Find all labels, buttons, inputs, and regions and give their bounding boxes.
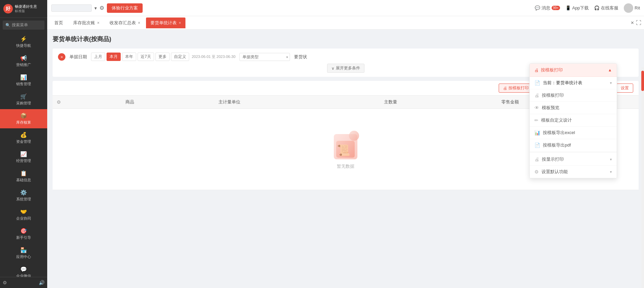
tab-batch-account-close-icon[interactable]: × <box>97 21 99 25</box>
trial-button[interactable]: 体验行业方案 <box>107 3 143 13</box>
sidebar-item-weixin-label: 企业微信 <box>16 274 31 277</box>
inventory-icon: 📦 <box>20 113 27 119</box>
purchase-icon: 🛒 <box>20 93 27 100</box>
dropdown-item-set-default-label: 设置默认功能 <box>541 169 568 175</box>
dropdown-item-export-pdf[interactable]: 📄 按模板导出pdf <box>530 139 617 152</box>
logo-icon: 好 <box>3 4 13 13</box>
more-conditions-label: 展开更多条件 <box>336 65 360 71</box>
basic-icon: 📋 <box>20 170 27 177</box>
dropdown-item-export-excel[interactable]: 📊 按模板导出excel <box>530 127 617 139</box>
dropdown-title-label: 按模板打印 <box>541 67 563 73</box>
dropdown-item-current[interactable]: 📄 当前：要货单统计表 ▾ <box>530 77 617 89</box>
sidebar-item-operation-label: 经营管理 <box>16 158 31 163</box>
display-print-arrow-icon: ▾ <box>610 157 612 162</box>
sidebar-item-basic[interactable]: 📋 基础信息 <box>0 167 47 186</box>
right-scrollbar[interactable] <box>641 67 644 288</box>
tab-collect-summary-close-icon[interactable]: × <box>138 21 140 25</box>
set-default-icon: ⚙ <box>534 169 539 174</box>
sidebar-item-finance[interactable]: 💰 资金管理 <box>0 128 47 148</box>
app-download-item[interactable]: 📱 App下载 <box>565 5 589 11</box>
sidebar-search-area: 🔍 搜索菜单 <box>0 18 47 32</box>
dropdown-close-icon[interactable]: ▲ <box>608 68 612 72</box>
header-right: 💬 消息 99+ 📱 App下载 🎧 在线客服 Rit <box>535 3 640 13</box>
tab-order-stats-close-icon[interactable]: × <box>179 21 181 25</box>
sidebar-item-purchase[interactable]: 🛒 采购管理 <box>0 90 47 109</box>
tab-collect-summary-label: 收发存汇总表 <box>110 20 136 26</box>
sidebar-item-sales[interactable]: 📊 销售管理 <box>0 71 47 90</box>
sidebar-item-inventory-label: 库存核算 <box>16 120 31 125</box>
empty-text: 暂无数据 <box>337 163 354 169</box>
more-conditions-button[interactable]: ∨ 展开更多条件 <box>327 64 364 73</box>
sidebar-item-operation[interactable]: 📈 经营管理 <box>0 148 47 167</box>
sidebar-item-appstore[interactable]: 🏪 应用中心 <box>0 244 47 263</box>
tab-order-stats[interactable]: 要货单统计表 × <box>146 18 185 28</box>
sidebar-item-marketing[interactable]: 📢 营销推广 <box>0 52 47 71</box>
sidebar-item-system[interactable]: ⚙️ 系统管理 <box>0 186 47 205</box>
table-gear-icon[interactable]: ⚙ <box>57 99 61 105</box>
avatar <box>624 3 633 13</box>
dropdown-item-template-print[interactable]: 🖨 按模板打印 <box>530 89 617 102</box>
sidebar-audio-button[interactable]: 🔊 <box>39 280 45 285</box>
tab-home[interactable]: 首页 <box>50 18 67 28</box>
sidebar-item-purchase-label: 采购管理 <box>16 101 31 106</box>
print-template-dropdown: 🖨 按模板打印 ▲ 📄 当前：要货单统计表 ▾ 🖨 按模板打印 👁 模板预览 ✏ <box>529 63 617 179</box>
weixin-icon: 💬 <box>20 266 27 273</box>
settings-button[interactable]: 设置 <box>616 84 633 93</box>
sidebar-item-guide[interactable]: 🎯 新手引导 <box>0 224 47 244</box>
appstore-icon: 🏪 <box>20 247 27 253</box>
dropdown-item-template-preview[interactable]: 👁 模板预览 <box>530 102 617 114</box>
sidebar-item-guide-label: 新手引导 <box>16 235 31 240</box>
table-header-unit: 主计量单位 <box>214 96 380 109</box>
logo-text: 畅捷通好生意 <box>15 4 37 9</box>
tab-batch-account[interactable]: 库存批次账 × <box>69 18 104 28</box>
current-year-button[interactable]: 本年 <box>122 53 136 61</box>
more-date-button[interactable]: 更多 <box>155 53 170 61</box>
messages-item[interactable]: 💬 消息 99+ <box>535 5 560 11</box>
current-month-button[interactable]: 本月 <box>107 53 121 61</box>
sidebar-item-marketing-label: 营销推广 <box>16 62 31 67</box>
tab-close-window-button[interactable]: × <box>631 20 634 26</box>
dropdown-print-icon: 🖨 <box>534 68 539 73</box>
sidebar-item-quick-nav[interactable]: ⚡ 快捷导航 <box>0 32 47 52</box>
prev-month-button[interactable]: 上月 <box>91 53 105 61</box>
user-name: Rit <box>635 5 640 10</box>
download-icon: 📱 <box>565 5 571 10</box>
table-header-product: 商品 <box>121 96 214 109</box>
sidebar-item-weixin[interactable]: 💬 企业微信 <box>0 263 47 277</box>
dropdown-item-template-custom[interactable]: ✏ 模板自定义设计 <box>530 114 617 127</box>
sidebar-settings-button[interactable]: ⚙ <box>3 280 7 285</box>
sidebar-item-basic-label: 基础信息 <box>16 178 31 183</box>
dropdown-item-template-preview-label: 模板预览 <box>542 105 559 111</box>
messages-badge: 99+ <box>552 6 560 10</box>
sidebar-nav: ⚡ 快捷导航 📢 营销推广 📊 销售管理 🛒 采购管理 📦 库存核算 💰 资金管… <box>0 32 47 277</box>
order-type-select[interactable]: 单据类型 <box>239 53 290 61</box>
tab-collect-summary[interactable]: 收发存汇总表 × <box>105 18 145 28</box>
filter-expand-button[interactable]: » <box>58 53 65 61</box>
order-status-label: 要货状 <box>294 54 307 60</box>
dropdown-current-label: 当前：要货单统计表 <box>543 80 582 86</box>
app-download-label: App下载 <box>572 5 589 11</box>
sidebar-item-inventory[interactable]: 📦 库存核算 <box>0 109 47 128</box>
breadcrumb-input[interactable] <box>51 4 92 12</box>
search-menu-button[interactable]: 🔍 搜索菜单 <box>3 21 45 30</box>
dropdown-title: 🖨 按模板打印 <box>534 67 563 73</box>
last-7-days-button[interactable]: 近7天 <box>138 53 154 61</box>
right-scroll-thumb <box>641 71 644 91</box>
more-conditions-icon: ∨ <box>331 66 334 71</box>
order-type-wrapper: 单据类型 ▾ <box>239 53 290 61</box>
dropdown-header: 🖨 按模板打印 ▲ <box>530 64 617 77</box>
tab-expand-window-button[interactable]: ⛶ <box>636 20 641 26</box>
sidebar-item-collab[interactable]: 🤝 企业协同 <box>0 205 47 224</box>
guide-icon: 🎯 <box>20 228 27 234</box>
current-icon: 📄 <box>534 80 540 86</box>
dropdown-item-export-excel-label: 按模板导出excel <box>543 130 575 136</box>
online-service-item[interactable]: 🎧 在线客服 <box>594 5 618 11</box>
dropdown-item-set-default[interactable]: ⚙ 设置默认功能 ▾ <box>530 166 617 178</box>
breadcrumb-dropdown-button[interactable]: ▾ <box>94 5 97 11</box>
dropdown-item-display-print[interactable]: 🖨 按显示打印 ▾ <box>530 153 617 166</box>
export-excel-icon: 📊 <box>534 130 540 135</box>
user-avatar-area[interactable]: Rit <box>624 3 640 13</box>
display-print-icon: 🖨 <box>534 157 539 162</box>
header-gear-button[interactable]: ⚙ <box>99 5 104 11</box>
custom-date-button[interactable]: 自定义 <box>171 53 189 61</box>
